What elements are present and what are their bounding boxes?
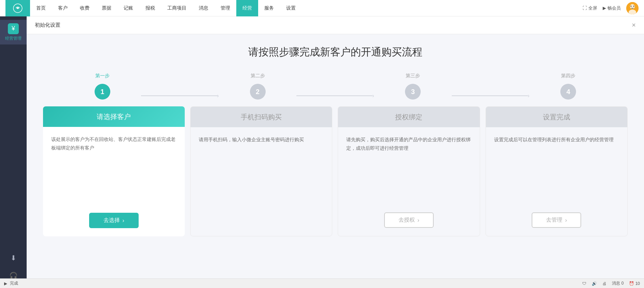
step-3-header: 第三步 3 bbox=[374, 73, 452, 100]
card-1-desc: 该处展示的客户为不在回收站、客户状态正常建账后完成老板端绑定的所有客户 bbox=[51, 135, 177, 152]
svg-point-5 bbox=[631, 5, 632, 6]
card-4-header: 设置完成 bbox=[486, 107, 628, 127]
card-3-title: 授权绑定 bbox=[395, 113, 422, 122]
card-step-2: 手机扫码购买 请用手机扫码，输入小微企业主账号密码进行购买 bbox=[190, 106, 333, 236]
card-step-1: 请选择客户 该处展示的客户为不在回收站、客户状态正常建账后完成老板端绑定的所有客… bbox=[43, 106, 185, 236]
print-icon: 🖨 bbox=[602, 281, 606, 286]
card-4-footer: 去管理 › bbox=[486, 207, 628, 236]
card-2-title: 手机扫码购买 bbox=[241, 113, 282, 122]
connector-1-2: › bbox=[141, 93, 219, 99]
step-1-header: 第一步 1 bbox=[64, 73, 141, 100]
close-button[interactable]: × bbox=[632, 21, 636, 29]
nav-item-服务[interactable]: 服务 bbox=[258, 0, 280, 16]
play-icon: ▶ bbox=[603, 5, 606, 11]
nav-item-消息[interactable]: 消息 bbox=[193, 0, 214, 16]
download-icon: ⬇ bbox=[11, 254, 16, 262]
connector-3-4: › bbox=[452, 93, 529, 99]
line-1-2 bbox=[141, 95, 217, 96]
card-4-desc: 设置完成后可以在管理列表进行所有企业用户的经营管理 bbox=[494, 135, 619, 144]
card-2-body: 请用手机扫码，输入小微企业主账号密码进行购买 bbox=[191, 127, 332, 222]
nav-item-工商项目[interactable]: 工商项目 bbox=[161, 0, 193, 16]
card-1-header: 请选择客户 bbox=[43, 106, 185, 127]
nav-item-设置[interactable]: 设置 bbox=[280, 0, 302, 16]
step-1-btn-arrow: › bbox=[123, 218, 124, 224]
status-bar: ▶ 完成 🛡 🔊 🖨 消息 0 ⏰ 10 bbox=[0, 278, 644, 288]
main-layout: ¥ 经营管理 ⬇ 🎧 初始化设置 × 请按照步骤完成新客户的开通购买流程 bbox=[0, 16, 644, 288]
nav-item-客户[interactable]: 客户 bbox=[52, 0, 74, 16]
card-2-footer bbox=[191, 222, 332, 236]
play-button[interactable]: ▶ bbox=[4, 281, 7, 286]
nav-item-经营[interactable]: 经营 bbox=[236, 0, 258, 16]
nav-item-首页[interactable]: 首页 bbox=[30, 0, 52, 16]
app-logo[interactable] bbox=[5, 0, 30, 16]
card-2-header: 手机扫码购买 bbox=[191, 107, 332, 127]
page-title: 初始化设置 bbox=[35, 22, 60, 28]
card-step-3: 授权绑定 请先购买，购买后选择开通的产品中的企业用户进行授权绑定，成功后即可进行… bbox=[338, 106, 480, 236]
status-label: 完成 bbox=[10, 280, 18, 286]
step-3-btn-arrow: › bbox=[418, 217, 419, 223]
volume-icon: 🔊 bbox=[592, 281, 597, 286]
fullscreen-button[interactable]: ⛶ 全屏 bbox=[583, 5, 597, 11]
page-heading: 请按照步骤完成新客户的开通购买流程 bbox=[43, 45, 628, 59]
shield-icon: 🛡 bbox=[582, 281, 586, 286]
nav-right: ⛶ 全屏 ▶ 畅会员 bbox=[583, 2, 639, 14]
top-nav: 首页客户收费票据记账报税工商项目消息管理经营服务设置 ⛶ 全屏 ▶ 畅会员 bbox=[0, 0, 644, 16]
step-1-label: 第一步 bbox=[95, 73, 110, 79]
card-1-footer: 去选择 › bbox=[43, 207, 185, 236]
steps-visual: 第一步 1 › 第二步 2 › bbox=[43, 73, 628, 100]
step-3-action-button[interactable]: 去授权 › bbox=[384, 212, 434, 228]
svg-point-1 bbox=[17, 7, 19, 9]
connector-2-3: › bbox=[296, 93, 374, 99]
step-2-header: 第二步 2 bbox=[219, 73, 296, 100]
message-count: 消息 0 bbox=[612, 280, 624, 286]
fullscreen-icon: ⛶ bbox=[583, 5, 587, 11]
nav-item-收费[interactable]: 收费 bbox=[74, 0, 96, 16]
content-header: 初始化设置 × bbox=[27, 16, 644, 34]
nav-item-票据[interactable]: 票据 bbox=[96, 0, 117, 16]
sidebar-item-jingying[interactable]: ¥ 经营管理 bbox=[0, 20, 27, 44]
avatar[interactable] bbox=[626, 2, 639, 14]
card-4-title: 设置完成 bbox=[543, 113, 570, 122]
card-3-desc: 请先购买，购买后选择开通的产品中的企业用户进行授权绑定，成功后即可进行经营管理 bbox=[346, 135, 472, 153]
status-bar-left: ▶ 完成 bbox=[4, 280, 18, 286]
step-4-circle: 4 bbox=[560, 84, 576, 100]
step-4-label: 第四步 bbox=[561, 73, 575, 79]
svg-point-6 bbox=[633, 5, 634, 6]
step-4-btn-arrow: › bbox=[565, 217, 567, 223]
step-1-action-button[interactable]: 去选择 › bbox=[89, 213, 139, 228]
line-3-4 bbox=[452, 95, 528, 96]
card-4-body: 设置完成后可以在管理列表进行所有企业用户的经营管理 bbox=[486, 127, 628, 207]
card-step-4: 设置完成 设置完成后可以在管理列表进行所有企业用户的经营管理 去管理 › bbox=[486, 106, 628, 236]
step-2-label: 第二步 bbox=[251, 73, 265, 79]
nav-item-记账[interactable]: 记账 bbox=[117, 0, 139, 16]
card-1-body: 该处展示的客户为不在回收站、客户状态正常建账后完成老板端绑定的所有客户 bbox=[43, 127, 185, 207]
nav-items: 首页客户收费票据记账报税工商项目消息管理经营服务设置 bbox=[30, 0, 583, 16]
nav-item-管理[interactable]: 管理 bbox=[214, 0, 236, 16]
cards-row: 请选择客户 该处展示的客户为不在回收站、客户状态正常建账后完成老板端绑定的所有客… bbox=[43, 106, 628, 236]
line-2-3 bbox=[296, 95, 373, 96]
status-bar-right: 🛡 🔊 🖨 消息 0 ⏰ 10 bbox=[582, 280, 640, 286]
jingying-icon: ¥ bbox=[8, 23, 19, 34]
step-3-circle: 3 bbox=[405, 84, 421, 100]
clock-display: ⏰ 10 bbox=[629, 281, 640, 286]
member-button[interactable]: ▶ 畅会员 bbox=[603, 5, 621, 11]
step-1-circle: 1 bbox=[95, 84, 110, 100]
step-4-action-button[interactable]: 去管理 › bbox=[532, 212, 581, 228]
step-3-label: 第三步 bbox=[406, 73, 420, 79]
card-3-body: 请先购买，购买后选择开通的产品中的企业用户进行授权绑定，成功后即可进行经营管理 bbox=[338, 127, 480, 207]
card-3-footer: 去授权 › bbox=[338, 207, 480, 236]
sidebar: ¥ 经营管理 ⬇ 🎧 bbox=[0, 16, 27, 288]
page-body: 请按照步骤完成新客户的开通购买流程 第一步 1 › 第二步 2 bbox=[27, 34, 644, 247]
step-2-circle: 2 bbox=[250, 84, 266, 100]
step-4-header: 第四步 4 bbox=[530, 73, 607, 100]
nav-item-报税[interactable]: 报税 bbox=[139, 0, 161, 16]
sidebar-download-btn[interactable]: ⬇ bbox=[0, 250, 27, 266]
card-3-header: 授权绑定 bbox=[338, 107, 480, 127]
card-1-title: 请选择客户 bbox=[97, 112, 131, 121]
card-2-desc: 请用手机扫码，输入小微企业主账号密码进行购买 bbox=[199, 135, 324, 144]
main-content: 初始化设置 × 请按照步骤完成新客户的开通购买流程 第一步 1 › bbox=[27, 16, 644, 288]
